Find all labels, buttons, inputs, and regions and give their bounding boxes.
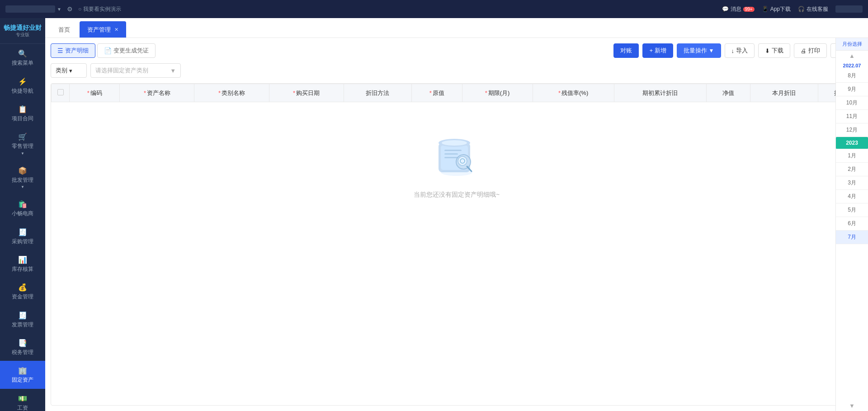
month-panel: 月份选择 ▲ 2022.07 8月 9月 10月 11月 12月 2023 1月…: [835, 38, 868, 411]
col-code: *编码: [70, 84, 120, 102]
month-item-2023-01[interactable]: 1月: [836, 149, 868, 163]
receipt-icon: 🧾: [18, 228, 27, 236]
print-button[interactable]: 🖨 打印: [794, 43, 827, 58]
month-item-2022-11[interactable]: 11月: [836, 110, 868, 123]
sub-tab-change-voucher-label: 变更生成凭证: [113, 47, 149, 55]
money-icon: 💰: [18, 283, 27, 292]
tab-asset-management[interactable]: 资产管理 ✕: [80, 21, 126, 38]
app-download-button[interactable]: 📱 App下载: [762, 5, 791, 13]
document-icon: 📄: [104, 47, 112, 54]
page-content: ☰ 资产明细 📄 变更生成凭证 对账 + 新增: [45, 38, 868, 411]
month-item-2023-05[interactable]: 5月: [836, 203, 868, 217]
month-panel-header: 月份选择: [836, 38, 868, 51]
svg-point-9: [458, 156, 467, 165]
top-bar-left: ▼ ⚙ ○ 我要看实例演示: [5, 4, 718, 14]
demo-icon: ○: [78, 6, 81, 12]
invoice-icon: 🧾: [18, 311, 27, 320]
empty-state-text: 当前您还没有固定资产明细哦~: [414, 191, 500, 199]
demo-link[interactable]: ○ 我要看实例演示: [78, 5, 121, 13]
category-type-select[interactable]: 类别 ▾: [51, 63, 87, 78]
month-item-2023-06[interactable]: 6月: [836, 217, 868, 231]
year-2023-marker: 2023: [836, 137, 868, 149]
month-item-2023-02[interactable]: 2月: [836, 163, 868, 176]
demo-link-text: 我要看实例演示: [83, 5, 121, 13]
select-all-checkbox[interactable]: [57, 89, 64, 95]
settings-icon[interactable]: ⚙: [65, 4, 75, 14]
category-value-select[interactable]: 请选择固定资产类别 ▼: [90, 63, 181, 78]
select-all-header[interactable]: [52, 84, 70, 102]
month-item-2023-03[interactable]: 3月: [836, 176, 868, 190]
sidebar-item-project[interactable]: 📋 项目合同: [0, 99, 45, 127]
sidebar-item-wholesale[interactable]: 📦 批发管理 ▼: [0, 161, 45, 194]
sidebar-item-fixedassets[interactable]: 🏢 固定资产: [0, 361, 45, 388]
col-name: *资产名称: [120, 84, 194, 102]
import-icon: ↓: [731, 47, 735, 54]
month-panel-down-button[interactable]: ▼: [836, 401, 868, 411]
col-category: *类别名称: [194, 84, 269, 102]
tab-home[interactable]: 首页: [51, 21, 78, 38]
col-monthly-depreciation: 本月折旧: [750, 84, 818, 102]
sub-tab-change-voucher[interactable]: 📄 变更生成凭证: [97, 43, 156, 58]
month-item-2022-10[interactable]: 10月: [836, 96, 868, 110]
filter-bar: 类别 ▾ 请选择固定资产类别 ▼: [51, 63, 863, 78]
col-purchase-date: *购买日期: [269, 84, 344, 102]
sidebar-item-ecommerce[interactable]: 🛍️ 小畅电商: [0, 194, 45, 222]
sidebar-item-tax[interactable]: 📑 税务管理: [0, 333, 45, 361]
add-button[interactable]: + 新增: [642, 43, 673, 58]
download-icon: ⬇: [765, 47, 770, 54]
list-icon: ☰: [57, 47, 63, 54]
toolbar: 对账 + 新增 批量操作 ▼ ↓ 导入: [613, 43, 863, 58]
reconcile-button[interactable]: 对账: [613, 43, 639, 58]
month-item-2023-04[interactable]: 4月: [836, 190, 868, 203]
sub-tab-asset-detail[interactable]: ☰ 资产明细: [51, 43, 95, 58]
sidebar-item-purchase[interactable]: 🧾 采购管理: [0, 222, 45, 250]
lightning-icon: ⚡: [18, 77, 27, 86]
assets-table: *编码 *资产名称 *类别名称 *购买日期 折旧方法 *原值 *期限(月) *残…: [51, 84, 862, 226]
sidebar-item-quicknav[interactable]: ⚡ 快捷导航: [0, 72, 45, 99]
online-service-button[interactable]: 🎧 在线客服: [798, 5, 828, 13]
col-period: *期限(月): [462, 84, 533, 102]
svg-point-4: [442, 140, 467, 146]
col-net-value: 净值: [706, 84, 750, 102]
month-item-2022-12[interactable]: 12月: [836, 123, 868, 137]
month-item-2022-09[interactable]: 9月: [836, 83, 868, 96]
sub-tab-asset-detail-label: 资产明细: [65, 47, 89, 55]
company-selector[interactable]: ▼: [5, 5, 61, 13]
sidebar-item-salary[interactable]: 💵 工资: [0, 389, 45, 411]
month-item-2022-08[interactable]: 8月: [836, 69, 868, 83]
empty-illustration: [429, 129, 484, 184]
headset-icon: 🎧: [798, 6, 805, 12]
inner-page: ☰ 资产明细 📄 变更生成凭证 对账 + 新增: [45, 38, 868, 411]
table-header-row: *编码 *资产名称 *类别名称 *购买日期 折旧方法 *原值 *期限(月) *残…: [52, 84, 862, 102]
col-accumulated-depreciation: 期初累计折旧: [614, 84, 706, 102]
month-panel-up-button[interactable]: ▲: [836, 51, 868, 61]
table-container: *编码 *资产名称 *类别名称 *购买日期 折旧方法 *原值 *期限(月) *残…: [51, 83, 863, 406]
sidebar-item-label: 搜索菜单: [12, 60, 33, 66]
filter-down-icon: ▼: [170, 67, 176, 74]
app-icon: 📱: [762, 6, 769, 12]
import-button[interactable]: ↓ 导入: [725, 43, 755, 58]
sidebar-item-retail[interactable]: 🛒 零售管理 ▼: [0, 127, 45, 161]
print-icon: 🖨: [801, 47, 807, 54]
sidebar-item-inventory[interactable]: 📊 库存核算: [0, 250, 45, 278]
empty-state: 当前您还没有固定资产明细哦~: [52, 102, 862, 226]
box-icon: 📦: [18, 166, 27, 175]
sidebar-item-invoice[interactable]: 🧾 发票管理: [0, 306, 45, 333]
download-button[interactable]: ⬇ 下载: [758, 43, 790, 58]
tab-close-icon[interactable]: ✕: [114, 27, 118, 33]
clipboard-icon: 📋: [18, 105, 27, 113]
col-depreciation-method: 折旧方法: [344, 84, 411, 102]
month-item-2023-07[interactable]: 7月: [836, 231, 868, 244]
chart-icon: 📊: [18, 255, 27, 264]
svg-rect-5: [444, 150, 462, 151]
company-name-placeholder: [5, 5, 55, 13]
batch-button[interactable]: 批量操作 ▼: [677, 43, 721, 58]
sidebar-item-finance[interactable]: 💰 资金管理: [0, 278, 45, 305]
user-avatar[interactable]: [835, 5, 863, 13]
message-button[interactable]: 💬 消息 99+: [722, 5, 755, 13]
salary-icon: 💵: [18, 394, 27, 403]
sidebar-item-search[interactable]: 🔍 搜索菜单: [0, 44, 45, 71]
tax-icon: 📑: [18, 339, 27, 347]
shop-icon: 🛍️: [18, 200, 27, 208]
chevron-icon: ▼: [21, 151, 24, 156]
